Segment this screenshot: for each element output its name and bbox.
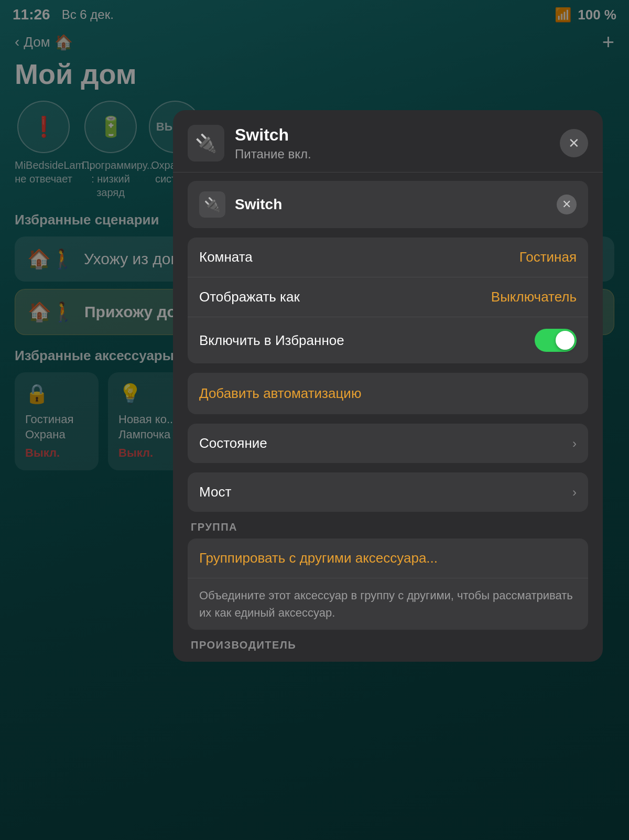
modal-dialog: 🔌 Switch Питание вкл. ✕ 🔌 Switch ✕ Комна…	[173, 110, 603, 662]
modal-title: Switch	[235, 125, 549, 145]
remove-switch-button[interactable]: ✕	[557, 195, 577, 214]
bridge-chevron-icon: ›	[572, 485, 577, 500]
favorite-toggle[interactable]	[535, 329, 577, 352]
modal-body: 🔌 Switch ✕ Комната Гостиная Отображать к…	[173, 173, 603, 651]
settings-label-favorite: Включить в Избранное	[199, 332, 344, 349]
remove-icon: ✕	[562, 198, 571, 211]
modal-close-button[interactable]: ✕	[560, 129, 588, 157]
settings-label-display: Отображать как	[199, 289, 300, 305]
switch-small-icon: 🔌	[199, 191, 225, 218]
group-section-header: ГРУППА	[188, 521, 588, 533]
switch-device-icon: 🔌	[195, 133, 217, 154]
modal-subtitle: Питание вкл.	[235, 147, 549, 161]
status-chevron-icon: ›	[572, 436, 577, 451]
settings-value-room: Гостиная	[519, 249, 577, 265]
settings-row-display[interactable]: Отображать как Выключатель	[188, 277, 588, 317]
group-description-row: Объедините этот аксессуар в группу с дру…	[188, 578, 588, 630]
manufacturer-section-header: ПРОИЗВОДИТЕЛЬ	[188, 639, 588, 651]
settings-block: Комната Гостиная Отображать как Выключат…	[188, 238, 588, 363]
status-nav-label: Состояние	[199, 435, 267, 451]
close-icon: ✕	[568, 135, 580, 152]
group-action-label: Группировать с другими аксессуара...	[199, 550, 438, 566]
plug-icon: 🔌	[204, 197, 221, 213]
switch-name-row: 🔌 Switch ✕	[188, 181, 588, 228]
status-nav-row[interactable]: Состояние ›	[188, 424, 588, 463]
toggle-thumb	[556, 331, 574, 350]
group-description-text: Объедините этот аксессуар в группу с дру…	[199, 589, 573, 619]
settings-value-display: Выключатель	[491, 289, 577, 305]
bridge-nav-row[interactable]: Мост ›	[188, 472, 588, 512]
modal-title-block: Switch Питание вкл.	[235, 125, 549, 161]
group-block: Группировать с другими аксессуара... Объ…	[188, 539, 588, 630]
settings-row-room[interactable]: Комната Гостиная	[188, 238, 588, 277]
add-automation-button[interactable]: Добавить автоматизацию	[188, 373, 588, 414]
settings-row-favorite[interactable]: Включить в Избранное	[188, 317, 588, 363]
group-action-row[interactable]: Группировать с другими аксессуара...	[188, 539, 588, 578]
settings-label-room: Комната	[199, 249, 253, 265]
modal-device-icon: 🔌	[188, 125, 224, 161]
bridge-nav-label: Мост	[199, 484, 231, 500]
switch-name-text: Switch	[235, 196, 547, 213]
add-automation-label: Добавить автоматизацию	[199, 385, 361, 401]
modal-header: 🔌 Switch Питание вкл. ✕	[173, 110, 603, 173]
